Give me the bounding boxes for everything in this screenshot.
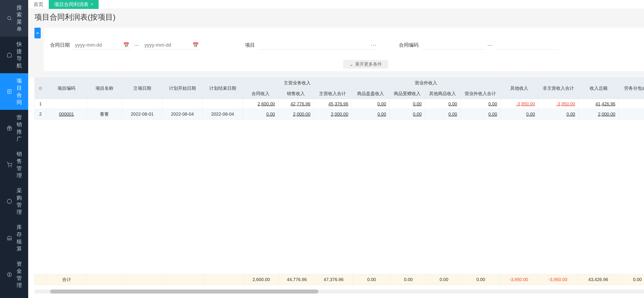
th-main-total[interactable]: 主营收入合计	[314, 88, 352, 99]
th-donate[interactable]: 商品受赠收入	[389, 88, 425, 99]
lookup-icon[interactable]: ⋯	[371, 42, 376, 49]
sidebar-item-0[interactable]: 搜索菜单	[0, 0, 28, 37]
table-row[interactable]: 12,600.0042,776.9645,376.960.000.000.000…	[35, 99, 644, 109]
cell-main-total[interactable]: 45,376.96	[314, 99, 352, 109]
th-contract-income[interactable]: 合同收入	[242, 88, 278, 99]
search-wrapper: » 合同日期 📅 — 📅	[28, 28, 644, 77]
data-table: ⚙ 项目编码 项目名称 立项日期 计划开始日期 计划结束日期 主营业务收入 营业…	[34, 77, 644, 120]
cell-sales-income[interactable]: 2,000.00	[278, 109, 314, 120]
th-surplus[interactable]: 商品盘盈收入	[352, 88, 389, 99]
cell-non-main-total[interactable]: 0.00	[538, 109, 578, 120]
cell-other-goods[interactable]: 0.00	[425, 109, 460, 120]
cell-labor-cost[interactable]: 0.00	[618, 99, 644, 109]
sidebar-item-label: 采购管理	[16, 187, 22, 216]
date-label: 合同日期	[50, 42, 70, 48]
sidebar-item-1[interactable]: 快捷导航	[0, 37, 28, 73]
cell-contract-income[interactable]: 2,600.00	[242, 99, 278, 109]
project-label: 项目	[245, 42, 255, 48]
footer-cell: 44,776.96	[279, 274, 314, 285]
cell-name: 蓄蓄	[86, 109, 122, 120]
th-plan-end[interactable]: 计划结束日期	[202, 78, 243, 99]
code-to-input[interactable]	[496, 41, 558, 50]
footer-cell: 0.00	[462, 274, 500, 285]
field-contract-date: 合同日期 📅 — 📅	[50, 41, 200, 50]
th-start-date[interactable]: 立项日期	[122, 78, 162, 99]
th-labor-cost[interactable]: 劳务分包成本	[618, 78, 644, 99]
horizontal-scrollbar[interactable]	[34, 290, 644, 294]
th-income-total[interactable]: 收入总额	[578, 78, 619, 99]
code-label: 合同编码	[399, 42, 418, 48]
chevron-down-icon: ⌄	[350, 62, 353, 67]
cart-icon	[6, 162, 12, 168]
cell-other-income2[interactable]: 0.00	[500, 109, 538, 120]
date-separator: —	[134, 42, 139, 48]
th-project-code[interactable]: 项目编码	[46, 78, 86, 99]
footer-row: 合计 2,600.00 44,776.96 47,376.96 0.00 0.0…	[35, 274, 644, 285]
th-other-goods[interactable]: 其他商品收入	[425, 88, 460, 99]
sidebar-item-label: 营销推广	[16, 114, 22, 143]
table-scroll[interactable]: ⚙ 项目编码 项目名称 立项日期 计划开始日期 计划结束日期 主营业务收入 营业…	[34, 77, 644, 285]
cell-surplus[interactable]: 0.00	[352, 99, 389, 109]
house-icon	[6, 235, 12, 241]
collapse-filter-icon[interactable]: »	[34, 28, 41, 38]
svg-point-3	[8, 166, 9, 167]
footer-cell: 43,426.96	[578, 274, 618, 285]
cell-donate[interactable]: 0.00	[389, 109, 425, 120]
cell-other-total[interactable]: 0.00	[460, 99, 500, 109]
cell-income-total[interactable]: 41,426.96	[578, 99, 619, 109]
sidebar-item-6[interactable]: 库存核算	[0, 220, 28, 256]
row-index: 2	[35, 109, 46, 120]
table-row[interactable]: 2000001蓄蓄2022-08-012022-08-042022-08-040…	[35, 109, 644, 120]
cell-surplus[interactable]: 0.00	[352, 109, 389, 120]
cell-start: 2022-08-01	[122, 109, 162, 120]
cell-other-income2[interactable]: -3,950.00	[500, 99, 538, 109]
th-project-name[interactable]: 项目名称	[86, 78, 122, 99]
sidebar-item-5[interactable]: 采购管理	[0, 183, 28, 220]
sidebar-item-2[interactable]: 项目合同	[0, 73, 28, 110]
tabs-bar: 首页 项目合同利润表 × ✕ ⛶	[28, 0, 644, 9]
svg-point-4	[11, 166, 12, 167]
th-non-main-total[interactable]: 非主营收入合计	[538, 78, 578, 99]
sidebar-item-label: 资金管理	[16, 260, 22, 289]
sidebar-item-4[interactable]: 销售管理	[0, 147, 28, 183]
page-title: 项目合同利润表(按项目)	[34, 12, 116, 22]
tab-home[interactable]: 首页	[28, 0, 49, 9]
box-icon	[6, 198, 12, 204]
cell-pstart	[162, 99, 202, 109]
tab-current[interactable]: 项目合同利润表 ×	[49, 0, 98, 9]
cell-income-total[interactable]: 2,000.00	[578, 109, 619, 120]
project-input[interactable]	[258, 41, 374, 50]
date-from-input[interactable]	[73, 41, 131, 50]
cell-donate[interactable]: 0.00	[389, 99, 425, 109]
cell-labor-cost[interactable]: 0.00	[618, 109, 644, 120]
th-other-total[interactable]: 营业外收入合计	[460, 88, 500, 99]
horizontal-scroll-thumb[interactable]	[50, 290, 318, 294]
cell-code[interactable]	[46, 99, 86, 109]
sidebar-item-3[interactable]: 营销推广	[0, 110, 28, 147]
gear-icon[interactable]: ⚙	[38, 86, 42, 91]
sidebar-item-label: 库存核算	[16, 224, 22, 252]
cell-code[interactable]: 000001	[46, 109, 86, 120]
code-from-input[interactable]	[422, 41, 484, 50]
th-other-income2[interactable]: 其他收入	[500, 78, 538, 99]
main: 首页 项目合同利润表 × ✕ ⛶ 项目合同利润表(按项目) 导出 刷新	[28, 0, 644, 298]
th-sales-income[interactable]: 销售收入	[278, 88, 314, 99]
date-to-input[interactable]	[142, 41, 200, 50]
cell-contract-income[interactable]: 0.00	[242, 109, 278, 120]
expand-filters-button[interactable]: ⌄ 展开更多条件	[343, 60, 388, 69]
tab-label: 首页	[34, 1, 44, 8]
tab-close-icon[interactable]: ×	[91, 2, 93, 7]
cell-sales-income[interactable]: 42,776.96	[278, 99, 314, 109]
footer-table: 合计 2,600.00 44,776.96 47,376.96 0.00 0.0…	[34, 274, 644, 285]
cell-other-goods[interactable]: 0.00	[425, 99, 460, 109]
footer-cell: 0.00	[618, 274, 644, 285]
sidebar-item-label: 销售管理	[16, 150, 22, 179]
cell-main-total[interactable]: 2,000.00	[314, 109, 352, 120]
cell-non-main-total[interactable]: -3,950.00	[538, 99, 578, 109]
sidebar-item-8[interactable]: 总账管理	[0, 293, 28, 298]
cell-pend: 2022-08-04	[202, 109, 243, 120]
th-plan-start[interactable]: 计划开始日期	[162, 78, 202, 99]
cell-other-total[interactable]: 0.00	[460, 109, 500, 120]
footer-cell: 47,376.96	[314, 274, 353, 285]
sidebar-item-7[interactable]: 资金管理	[0, 256, 28, 293]
